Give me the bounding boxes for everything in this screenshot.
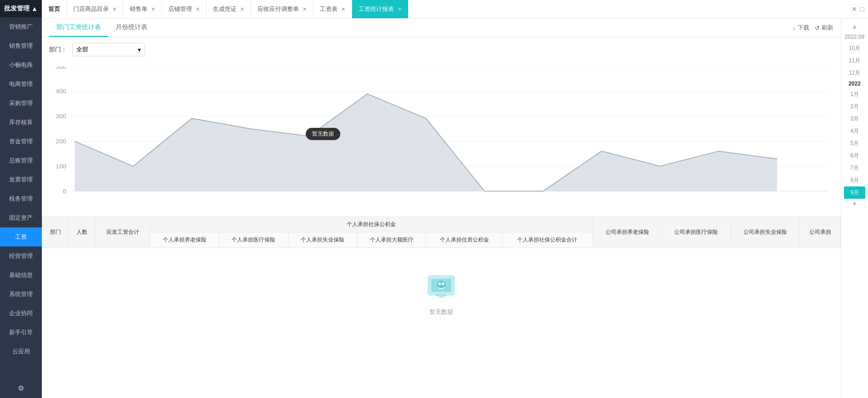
sidebar-item-发票管理[interactable]: 发票管理 xyxy=(0,170,42,189)
sub-tabs: 部门工资统计表月份统计表 ↓ 下载 ↺ 刷新 xyxy=(42,19,841,37)
tab-close-店铺管理[interactable]: ✕ xyxy=(196,6,200,12)
col-personal-medical: 个人承担医疗保险 xyxy=(219,232,288,248)
download-button[interactable]: ↓ 下载 xyxy=(793,24,810,32)
department-filter-label: 部门： xyxy=(49,45,67,54)
sidebar-item-企业协同[interactable]: 企业协同 xyxy=(0,304,42,323)
sidebar-item-新手引导[interactable]: 新手引导 xyxy=(0,323,42,342)
tab-bar: 首页门店商品目录✕销售单✕店铺管理✕生成凭证✕应收应付调整单✕工资表✕工资统计报… xyxy=(42,0,868,19)
timeline-item-11月[interactable]: 11月 xyxy=(844,55,865,67)
sidebar-top-button[interactable]: 批发管理 ▲ xyxy=(0,0,42,17)
svg-text:300: 300 xyxy=(56,113,66,120)
col-company-other: 公司承担 xyxy=(800,217,841,248)
department-select[interactable]: 全部 ▾ xyxy=(72,43,145,56)
sidebar-item-采购管理[interactable]: 采购管理 xyxy=(0,94,42,113)
tab-close-生成凭证[interactable]: ✕ xyxy=(240,6,244,12)
close-window-icon[interactable]: ✕ xyxy=(852,5,857,13)
maximize-icon[interactable]: □ xyxy=(861,5,864,13)
gear-icon: ⚙ xyxy=(18,384,24,392)
timeline-item-9月[interactable]: 9月 xyxy=(844,186,865,199)
sidebar-item-库存核算[interactable]: 库存核算 xyxy=(0,113,42,132)
svg-marker-12 xyxy=(75,94,777,191)
main-area: 首页门店商品目录✕销售单✕店铺管理✕生成凭证✕应收应付调整单✕工资表✕工资统计报… xyxy=(42,0,868,398)
col-personal-major-medical: 个人承担大额医疗 xyxy=(357,232,426,248)
sub-tab-部门工资统计表[interactable]: 部门工资统计表 xyxy=(49,19,108,37)
empty-state: 暂无数据 xyxy=(42,248,841,334)
table-container[interactable]: 部门 人数 应发工资合计 个人承担社保公积金 公司承担养老保险 公司承担医疗保险… xyxy=(42,217,841,398)
chart-svg: 0 100 200 300 400 500 xyxy=(49,66,833,212)
timeline-item-3月[interactable]: 3月 xyxy=(844,113,865,125)
chart-container: 0 100 200 300 400 500 暂无数据 xyxy=(42,62,841,217)
sidebar-item-固定资产[interactable]: 固定资产 xyxy=(0,208,42,227)
refresh-button[interactable]: ↺ 刷新 xyxy=(815,24,833,32)
sidebar-item-电商管理[interactable]: 电商管理 xyxy=(0,75,42,94)
department-select-value: 全部 xyxy=(76,45,88,54)
tab-应收应付调整单[interactable]: 应收应付调整单✕ xyxy=(251,0,313,18)
sidebar-item-基础信息[interactable]: 基础信息 xyxy=(0,266,42,285)
timeline-item-1月[interactable]: 1月 xyxy=(844,88,865,101)
timeline-item-2022.09[interactable]: 2022.09 xyxy=(844,31,865,42)
col-personal-pension: 个人承担养老保险 xyxy=(150,232,219,248)
timeline-item-5月[interactable]: 5月 xyxy=(844,137,865,150)
sidebar-item-营销推广[interactable]: 营销推广 xyxy=(0,17,42,36)
tab-close-门店商品目录[interactable]: ✕ xyxy=(112,6,116,12)
svg-text:0: 0 xyxy=(63,188,66,194)
svg-text:100: 100 xyxy=(56,163,66,170)
svg-text:400: 400 xyxy=(56,88,66,95)
col-personal-unemployment: 个人承担失业保险 xyxy=(288,232,357,248)
timeline-sidebar: ▲ 2022.0910月11月12月20221月2月3月4月5月6月7月8月9月… xyxy=(841,19,868,398)
tab-店铺管理[interactable]: 店铺管理✕ xyxy=(162,0,207,18)
sidebar-item-资金管理[interactable]: 资金管理 xyxy=(0,132,42,151)
content-area: 部门工资统计表月份统计表 ↓ 下载 ↺ 刷新 部门： 全部 ▾ xyxy=(42,19,868,398)
scroll-up-arrow[interactable]: ▲ xyxy=(850,21,859,31)
tab-首页[interactable]: 首页 xyxy=(42,0,67,18)
svg-point-16 xyxy=(438,282,441,285)
sidebar-top-label: 批发管理 xyxy=(4,5,30,13)
col-company-pension: 公司承担养老保险 xyxy=(593,217,662,248)
timeline-item-7月[interactable]: 7月 xyxy=(844,162,865,174)
sidebar-item-系统管理[interactable]: 系统管理 xyxy=(0,285,42,304)
tab-生成凭证[interactable]: 生成凭证✕ xyxy=(207,0,251,18)
col-count: 人数 xyxy=(69,217,95,248)
sidebar-item-小畅电商[interactable]: 小畅电商 xyxy=(0,55,42,75)
tab-门店商品目录[interactable]: 门店商品目录✕ xyxy=(67,0,123,18)
tab-close-工资统计报表[interactable]: ✕ xyxy=(398,6,402,12)
empty-text: 暂无数据 xyxy=(429,308,453,316)
col-company-medical: 公司承担医疗保险 xyxy=(661,217,731,248)
page-content: 部门工资统计表月份统计表 ↓ 下载 ↺ 刷新 部门： 全部 ▾ xyxy=(42,19,841,398)
timeline-item-4月[interactable]: 4月 xyxy=(844,125,865,137)
chevron-down-icon: ▾ xyxy=(138,46,141,53)
timeline-year: 2022 xyxy=(844,79,865,88)
sidebar-item-税务管理[interactable]: 税务管理 xyxy=(0,189,42,208)
tab-工资统计报表[interactable]: 工资统计报表✕ xyxy=(352,0,409,18)
filter-bar: 部门： 全部 ▾ xyxy=(42,37,841,62)
col-company-unemployment: 公司承担失业保险 xyxy=(731,217,800,248)
chevron-up-icon: ▲ xyxy=(31,5,38,12)
tab-工资表[interactable]: 工资表✕ xyxy=(313,0,352,18)
sub-tab-月份统计表[interactable]: 月份统计表 xyxy=(108,19,155,37)
timeline-item-2月[interactable]: 2月 xyxy=(844,101,865,113)
svg-rect-18 xyxy=(436,294,447,297)
tab-close-工资表[interactable]: ✕ xyxy=(341,6,345,12)
sidebar-item-总账管理[interactable]: 总账管理 xyxy=(0,151,42,170)
settings-button[interactable]: ⚙ xyxy=(0,378,42,398)
sidebar: 批发管理 ▲ 营销推广销售管理小畅电商电商管理采购管理库存核算资金管理总账管理发… xyxy=(0,0,42,398)
col-personal-total: 个人承担社保公积金合计 xyxy=(502,232,592,248)
sidebar-item-经营管理[interactable]: 经营管理 xyxy=(0,247,42,266)
refresh-icon: ↺ xyxy=(815,25,820,31)
empty-icon xyxy=(423,266,459,302)
data-table: 部门 人数 应发工资合计 个人承担社保公积金 公司承担养老保险 公司承担医疗保险… xyxy=(42,217,841,248)
scroll-down-arrow[interactable]: ▼ xyxy=(850,199,859,209)
sidebar-item-云应用[interactable]: 云应用 xyxy=(0,342,42,361)
timeline-item-10月[interactable]: 10月 xyxy=(844,42,865,55)
sub-tab-actions: ↓ 下载 ↺ 刷新 xyxy=(793,24,834,32)
tab-销售单[interactable]: 销售单✕ xyxy=(123,0,162,18)
timeline-item-6月[interactable]: 6月 xyxy=(844,150,865,162)
tab-close-应收应付调整单[interactable]: ✕ xyxy=(303,6,307,12)
tab-close-销售单[interactable]: ✕ xyxy=(151,6,155,12)
col-personal-insurance: 个人承担社保公积金 xyxy=(150,217,593,232)
timeline-item-8月[interactable]: 8月 xyxy=(844,174,865,186)
sidebar-item-工资[interactable]: 工资 xyxy=(0,227,42,247)
timeline-item-12月[interactable]: 12月 xyxy=(844,67,865,79)
sidebar-item-销售管理[interactable]: 销售管理 xyxy=(0,36,42,55)
svg-rect-19 xyxy=(439,297,444,298)
